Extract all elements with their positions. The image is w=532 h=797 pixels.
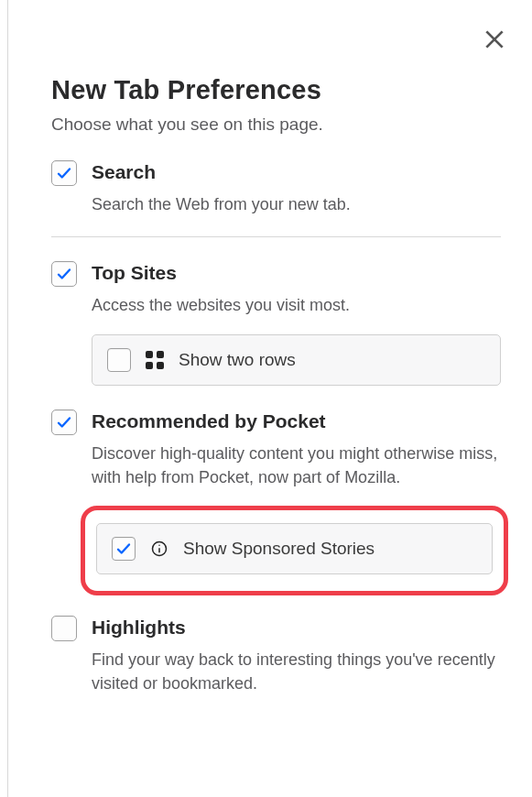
divider bbox=[51, 236, 501, 237]
pocket-title: Recommended by Pocket bbox=[92, 409, 501, 432]
show-two-rows-checkbox[interactable] bbox=[107, 348, 131, 372]
sponsored-label: Show Sponsored Stories bbox=[183, 539, 375, 559]
topsites-desc: Access the websites you visit most. bbox=[92, 293, 501, 317]
highlights-title: Highlights bbox=[92, 616, 501, 639]
search-title: Search bbox=[92, 160, 501, 183]
section-highlights: Highlights Find your way back to interes… bbox=[51, 616, 501, 695]
page-subtitle: Choose what you see on this page. bbox=[51, 115, 501, 135]
page-title: New Tab Preferences bbox=[51, 75, 501, 105]
info-icon[interactable] bbox=[150, 540, 168, 558]
search-desc: Search the Web from your new tab. bbox=[92, 192, 501, 216]
sponsored-panel: Show Sponsored Stories bbox=[96, 523, 493, 574]
close-button[interactable] bbox=[483, 27, 506, 51]
topsites-checkbox[interactable] bbox=[51, 261, 77, 287]
topsites-rows-panel: Show two rows bbox=[92, 334, 501, 386]
section-pocket: Recommended by Pocket Discover high-qual… bbox=[51, 409, 501, 595]
preferences-panel: New Tab Preferences Choose what you see … bbox=[0, 0, 532, 797]
check-icon bbox=[115, 540, 132, 557]
show-two-rows-label: Show two rows bbox=[179, 350, 296, 370]
check-icon bbox=[56, 414, 72, 431]
check-icon bbox=[56, 266, 72, 282]
close-icon bbox=[483, 27, 506, 51]
highlights-checkbox[interactable] bbox=[51, 616, 77, 641]
search-checkbox[interactable] bbox=[51, 160, 77, 186]
grid-icon bbox=[146, 351, 164, 369]
highlight-annotation: Show Sponsored Stories bbox=[81, 506, 508, 595]
highlights-desc: Find your way back to interesting things… bbox=[92, 648, 501, 695]
section-topsites: Top Sites Access the websites you visit … bbox=[51, 261, 501, 385]
section-search: Search Search the Web from your new tab. bbox=[51, 160, 501, 216]
pocket-checkbox[interactable] bbox=[51, 409, 77, 435]
check-icon bbox=[56, 165, 72, 181]
topsites-title: Top Sites bbox=[92, 261, 501, 284]
pocket-desc: Discover high-quality content you might … bbox=[92, 442, 501, 489]
svg-point-4 bbox=[158, 544, 160, 546]
sponsored-checkbox[interactable] bbox=[112, 537, 136, 561]
